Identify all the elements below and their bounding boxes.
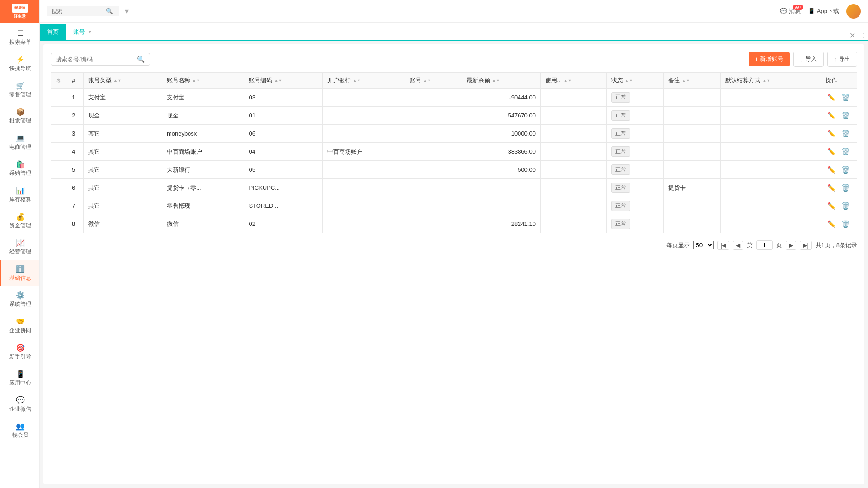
page-first-button[interactable]: |◀ xyxy=(717,241,729,250)
sidebar-item-member[interactable]: 👥 畅会员 xyxy=(0,418,39,444)
sidebar-item-app-center[interactable]: 📱 应用中心 xyxy=(0,365,39,391)
tab-maximize-icon[interactable]: ⛶ xyxy=(858,32,864,39)
sidebar-item-operations-mgmt[interactable]: 📈 经营管理 xyxy=(0,234,39,260)
delete-button[interactable]: 🗑️ xyxy=(840,112,852,120)
row-actions: ✏️ 🗑️ xyxy=(821,107,857,125)
page-prev-button[interactable]: ◀ xyxy=(733,241,743,250)
row-bank xyxy=(323,197,405,215)
edit-button[interactable]: ✏️ xyxy=(826,166,838,174)
export-button[interactable]: ↑ 导出 xyxy=(827,52,858,67)
sidebar-item-new-guide[interactable]: 🎯 新手引导 xyxy=(0,339,39,365)
edit-button[interactable]: ✏️ xyxy=(826,202,838,210)
logo-text: 好生意 xyxy=(14,14,26,19)
sidebar-item-enterprise-wechat[interactable]: 💬 企业微信 xyxy=(0,391,39,418)
sort-usage-icon[interactable]: ▲▼ xyxy=(564,79,572,83)
row-code: 01 xyxy=(244,107,323,125)
delete-button[interactable]: 🗑️ xyxy=(840,184,852,192)
sidebar-item-label: 批发管理 xyxy=(9,117,31,125)
sort-name-icon[interactable]: ▲▼ xyxy=(192,79,200,83)
row-status: 正常 xyxy=(606,125,663,143)
top-header: 🔍 ▾ 💬 消息 99+ 📱 App下载 xyxy=(40,0,868,23)
row-checkbox-cell xyxy=(51,143,67,161)
accounts-table: ⚙ # 账号类型▲▼ 账号名称▲▼ 账号编码▲▼ 开户银行▲▼ 账号▲▼ 最新余… xyxy=(51,72,857,233)
row-no: 8 xyxy=(67,215,84,233)
import-button[interactable]: ↓ 导入 xyxy=(793,52,824,67)
sidebar-item-search-menu[interactable]: ☰ 搜索菜单 xyxy=(0,24,39,51)
sort-type-icon[interactable]: ▲▼ xyxy=(113,79,122,83)
row-account xyxy=(405,179,462,197)
row-usage xyxy=(540,179,606,197)
sidebar-item-ecommerce-mgmt[interactable]: 💻 电商管理 xyxy=(0,129,39,155)
sort-bank-icon[interactable]: ▲▼ xyxy=(353,79,361,83)
row-balance xyxy=(462,197,541,215)
delete-button[interactable]: 🗑️ xyxy=(840,166,852,174)
row-status: 正常 xyxy=(606,179,663,197)
page-number-input[interactable] xyxy=(756,240,773,250)
messages-button[interactable]: 💬 消息 99+ xyxy=(780,7,801,15)
sidebar-item-label: 搜索菜单 xyxy=(9,38,31,46)
delete-button[interactable]: 🗑️ xyxy=(840,94,852,102)
tab-close-icon[interactable]: ✕ xyxy=(849,31,855,40)
sort-account-icon[interactable]: ▲▼ xyxy=(423,79,431,83)
delete-button[interactable]: 🗑️ xyxy=(840,202,852,210)
delete-button[interactable]: 🗑️ xyxy=(840,130,852,138)
row-no: 4 xyxy=(67,143,84,161)
sidebar-item-inventory[interactable]: 📊 库存核算 xyxy=(0,182,39,208)
col-bank: 开户银行▲▼ xyxy=(323,73,405,89)
edit-button[interactable]: ✏️ xyxy=(826,148,838,156)
page-last-button[interactable]: ▶| xyxy=(800,241,811,250)
account-tab-close[interactable]: ✕ xyxy=(88,30,92,35)
row-status: 正常 xyxy=(606,89,663,107)
delete-button[interactable]: 🗑️ xyxy=(840,148,852,156)
edit-button[interactable]: ✏️ xyxy=(826,220,838,228)
add-account-button[interactable]: + 新增账号 xyxy=(749,52,790,66)
header-search[interactable]: 🔍 xyxy=(47,6,119,16)
sidebar-item-quick-nav[interactable]: ⚡ 快捷导航 xyxy=(0,51,39,77)
basic-info-icon: ℹ️ xyxy=(16,265,25,273)
sidebar-item-label: 系统管理 xyxy=(9,300,31,308)
app-download-button[interactable]: 📱 App下载 xyxy=(808,7,839,15)
column-settings-icon[interactable]: ⚙ xyxy=(56,77,61,84)
row-balance: 383866.00 xyxy=(462,143,541,161)
sort-remark-icon[interactable]: ▲▼ xyxy=(682,79,690,83)
system-icon: ⚙️ xyxy=(16,291,25,300)
header-left: 🔍 ▾ xyxy=(47,6,129,16)
tab-account[interactable]: 账号 ✕ xyxy=(66,24,99,41)
sidebar-item-system-mgmt[interactable]: ⚙️ 系统管理 xyxy=(0,286,39,313)
row-no: 3 xyxy=(67,125,84,143)
delete-button[interactable]: 🗑️ xyxy=(840,220,852,228)
content-search-input[interactable] xyxy=(56,56,137,63)
col-settings[interactable]: ⚙ xyxy=(51,73,67,89)
edit-button[interactable]: ✏️ xyxy=(826,184,838,192)
sort-payment-icon[interactable]: ▲▼ xyxy=(762,79,770,83)
status-badge: 正常 xyxy=(611,201,630,211)
content-search-bar[interactable]: 🔍 xyxy=(51,53,150,66)
sidebar-item-finance-mgmt[interactable]: 💰 资金管理 xyxy=(0,208,39,234)
status-badge: 正常 xyxy=(611,164,630,175)
sidebar-navigation: ☰ 搜索菜单 ⚡ 快捷导航 🛒 零售管理 📦 批发管理 💻 电商管理 🛍️ 采购… xyxy=(0,23,39,488)
user-avatar[interactable] xyxy=(846,4,861,19)
content-search-icon[interactable]: 🔍 xyxy=(137,56,145,63)
row-actions: ✏️ 🗑️ xyxy=(821,125,857,143)
sort-balance-icon[interactable]: ▲▼ xyxy=(492,79,500,83)
sidebar-item-purchase-mgmt[interactable]: 🛍️ 采购管理 xyxy=(0,155,39,182)
header-dropdown-icon[interactable]: ▾ xyxy=(125,6,129,16)
col-name: 账号名称▲▼ xyxy=(162,73,244,89)
page-next-button[interactable]: ▶ xyxy=(786,241,796,250)
row-status: 正常 xyxy=(606,215,663,233)
tab-home[interactable]: 首页 xyxy=(40,24,66,41)
edit-button[interactable]: ✏️ xyxy=(826,112,838,120)
edit-button[interactable]: ✏️ xyxy=(826,130,838,138)
page-size-select[interactable]: 50 20 100 xyxy=(693,241,714,249)
sort-code-icon[interactable]: ▲▼ xyxy=(274,79,282,83)
operations-icon: 📈 xyxy=(16,239,25,247)
sidebar-item-retail-mgmt[interactable]: 🛒 零售管理 xyxy=(0,77,39,103)
header-search-input[interactable] xyxy=(52,8,106,14)
row-name: 现金 xyxy=(162,107,244,125)
status-badge: 正常 xyxy=(611,183,630,193)
edit-button[interactable]: ✏️ xyxy=(826,94,838,102)
sidebar-item-enterprise-agreement[interactable]: 🤝 企业协同 xyxy=(0,313,39,339)
sidebar-item-basic-info[interactable]: ℹ️ 基础信息 xyxy=(0,260,39,286)
sort-status-icon[interactable]: ▲▼ xyxy=(625,79,633,83)
sidebar-item-wholesale-mgmt[interactable]: 📦 批发管理 xyxy=(0,103,39,129)
